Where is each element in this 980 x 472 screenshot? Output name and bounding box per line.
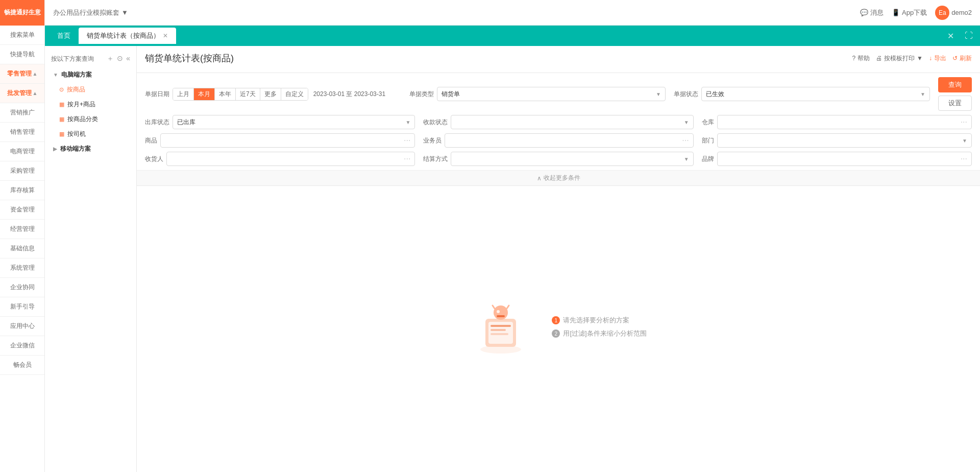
tree-item-desktop[interactable]: ▼ 电脑端方案	[45, 67, 136, 82]
app-logo: 畅捷通好生意	[0, 0, 44, 26]
filter-department: 部门 ▼	[702, 133, 972, 148]
order-status-arrow-icon: ▼	[920, 91, 925, 97]
payment-status-arrow-icon: ▼	[684, 120, 689, 125]
salesperson-label: 业务员	[423, 136, 442, 145]
warehouse-control[interactable]: ···	[717, 115, 972, 129]
collapse-icon: ∧	[537, 175, 542, 182]
page-header: 销货单统计表(按商品) ? 帮助 🖨 按模板打印 ▼ ↓	[137, 46, 980, 73]
filter-product: 商品 ···	[145, 133, 415, 148]
svg-rect-4	[491, 329, 506, 331]
sidebar-item-purchase[interactable]: 采购管理	[0, 161, 44, 181]
collapse-panel-button[interactable]: «	[126, 54, 130, 63]
user-menu[interactable]: Ea demo2	[935, 6, 972, 20]
settlement-control[interactable]: ▼	[451, 152, 693, 166]
main-area: 办公用品行业模拟账套 ▼ 💬 消息 📱 App下载 Ea demo2 首页	[45, 0, 980, 472]
brand-control[interactable]: ···	[717, 152, 972, 166]
tree-item-by-product[interactable]: ⊙ 按商品	[45, 82, 136, 97]
by-category-icon: ▦	[59, 116, 64, 123]
product-control[interactable]: ···	[160, 133, 415, 148]
tab-expand-button[interactable]: ⛶	[962, 29, 976, 43]
warehouse-status-control[interactable]: 已出库 ▼	[173, 115, 415, 129]
warehouse-status-arrow-icon: ▼	[405, 120, 410, 125]
message-button[interactable]: 💬 消息	[860, 8, 884, 17]
payment-status-control[interactable]: ▼	[451, 115, 693, 129]
desktop-expand-icon: ▼	[53, 72, 58, 78]
date-tabs: 上月 本月 本年 近7天 更多 自定义	[173, 88, 308, 101]
sidebar-item-enterprise[interactable]: 企业协同	[0, 278, 44, 297]
sidebar-item-ecommerce[interactable]: 电商管理	[0, 142, 44, 161]
svg-point-6	[494, 305, 508, 320]
tree-item-by-month-product[interactable]: ▦ 按月+商品	[45, 97, 136, 112]
sidebar-item-operations[interactable]: 经营管理	[0, 220, 44, 239]
order-status-control[interactable]: 已生效 ▼	[701, 87, 930, 101]
tip-num-2: 2	[552, 329, 560, 338]
export-button[interactable]: ↓ 导出	[929, 54, 946, 63]
sidebar-item-inventory[interactable]: 库存核算	[0, 181, 44, 200]
sidebar-search[interactable]: 搜索菜单	[0, 26, 44, 45]
tree-item-by-cashier[interactable]: ▦ 按司机	[45, 127, 136, 141]
filter-warehouse: 仓库 ···	[702, 115, 972, 129]
refresh-button[interactable]: ↺ 刷新	[952, 54, 972, 63]
sidebar-item-system[interactable]: 系统管理	[0, 258, 44, 278]
sidebar-quick-nav[interactable]: 快捷导航	[0, 45, 44, 64]
app-download-button[interactable]: 📱 App下载	[892, 8, 927, 17]
sidebar-item-wechat[interactable]: 企业微信	[0, 336, 44, 356]
filter-payment-status: 收款状态 ▼	[423, 115, 693, 129]
brand-dots-icon: ···	[961, 154, 967, 163]
warehouse-dots-icon: ···	[961, 117, 967, 127]
tab-report[interactable]: 销货单统计表（按商品） ✕	[79, 28, 176, 44]
sidebar-item-sales[interactable]: 销售管理	[0, 123, 44, 142]
by-month-product-icon: ▦	[59, 101, 64, 108]
department-control[interactable]: ▼	[717, 133, 972, 148]
date-tab-last-month[interactable]: 上月	[173, 88, 194, 100]
tab-close-window-button[interactable]: ✕	[943, 29, 958, 43]
collapse-bar[interactable]: ∧ 收起更多条件	[137, 171, 980, 186]
sidebar-item-wholesale[interactable]: 批发管理 ▲	[0, 84, 44, 103]
settings-scheme-button[interactable]: ⊙	[117, 54, 123, 63]
order-type-control[interactable]: 销货单 ▼	[437, 87, 666, 101]
add-scheme-button[interactable]: ＋	[107, 54, 114, 63]
receiver-control[interactable]: ···	[166, 152, 415, 166]
sidebar-item-appstore[interactable]: 应用中心	[0, 317, 44, 336]
date-label: 单据日期	[145, 90, 169, 99]
brand-label: 品牌	[702, 155, 714, 163]
filter-salesperson: 业务员 ···	[423, 133, 693, 148]
page-title: 销货单统计表(按商品)	[145, 52, 234, 64]
settings-button[interactable]: 设置	[938, 96, 972, 111]
receiver-dots-icon: ···	[404, 154, 410, 163]
query-actions: 查询 设置	[938, 77, 972, 111]
workspace-selector[interactable]: 办公用品行业模拟账套 ▼	[53, 8, 128, 17]
filter-area: 单据日期 上月 本月 本年 近7天 更多 自定义 2023-03-01 至 20…	[137, 73, 980, 171]
sidebar-item-member[interactable]: 畅会员	[0, 356, 44, 375]
sidebar-item-newbie[interactable]: 新手引导	[0, 297, 44, 317]
sidebar-item-finance[interactable]: 资金管理	[0, 200, 44, 220]
date-tab-custom[interactable]: 自定义	[281, 88, 308, 100]
tab-bar: 首页 销货单统计表（按商品） ✕ ✕ ⛶	[45, 26, 980, 46]
sidebar-item-marketing[interactable]: 营销推广	[0, 103, 44, 123]
date-tab-7days[interactable]: 近7天	[236, 88, 260, 100]
salesperson-control[interactable]: ···	[445, 133, 693, 148]
sidebar-item-basic[interactable]: 基础信息	[0, 239, 44, 258]
help-button[interactable]: ? 帮助	[852, 54, 870, 63]
warehouse-status-label: 出库状态	[145, 118, 169, 127]
tab-close-icon[interactable]: ✕	[163, 32, 168, 39]
template-print-button[interactable]: 🖨 按模板打印 ▼	[876, 54, 923, 63]
left-panel-title: 按以下方案查询	[51, 55, 94, 63]
left-panel-actions: ＋ ⊙ «	[107, 54, 130, 63]
date-tab-more[interactable]: 更多	[260, 88, 281, 100]
download-icon: 📱	[892, 9, 900, 16]
avatar: Ea	[935, 6, 949, 20]
workspace-arrow-icon: ▼	[121, 9, 128, 16]
date-tab-this-month[interactable]: 本月	[194, 88, 215, 100]
filter-date: 单据日期 上月 本月 本年 近7天 更多 自定义 2023-03-01 至 20…	[145, 88, 401, 101]
order-type-arrow-icon: ▼	[656, 91, 661, 97]
sidebar-item-retail[interactable]: 零售管理 ▲	[0, 64, 44, 84]
query-button[interactable]: 查询	[938, 77, 972, 92]
retail-arrow: ▲	[33, 71, 38, 77]
date-tab-this-year[interactable]: 本年	[215, 88, 236, 100]
tree-item-by-category[interactable]: ▦ 按商品分类	[45, 112, 136, 127]
tab-home[interactable]: 首页	[49, 28, 79, 44]
tree-item-mobile[interactable]: ▶ 移动端方案	[45, 141, 136, 156]
department-arrow-icon: ▼	[962, 138, 967, 144]
tip-item-1: 1 请先选择要分析的方案	[552, 316, 646, 325]
